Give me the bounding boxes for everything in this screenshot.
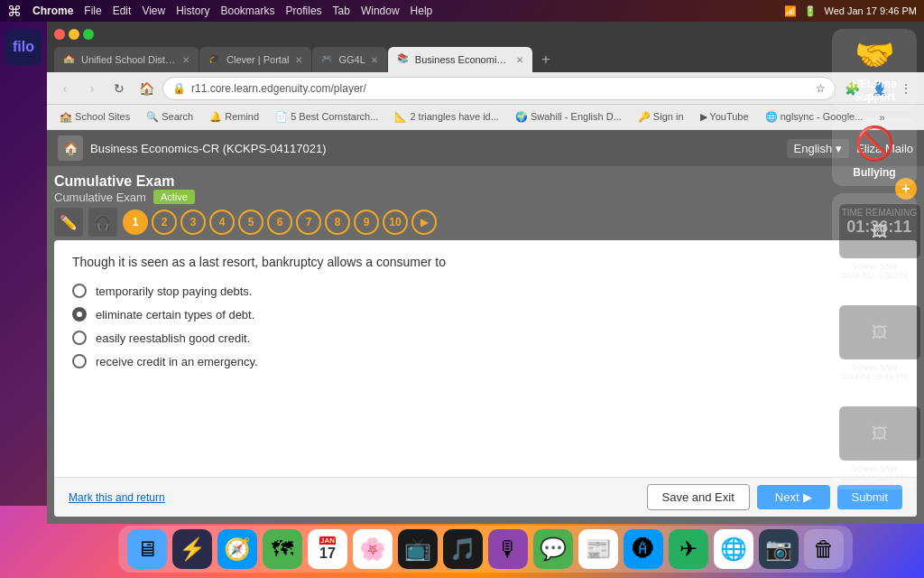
dock: 🖥 ⚡ 🧭 🗺 JAN17 🌸 📺 🎵 🎙 💬 📰 🅐 ✈ 🌐 📷 🗑	[47, 524, 924, 574]
dock-trash[interactable]: 🗑	[804, 529, 844, 569]
bookmark-swahili[interactable]: 🌍 Swahili - English D...	[510, 109, 627, 125]
question-text: Though it is seen as a last resort, bank…	[72, 255, 899, 269]
filo-logo[interactable]: filo	[5, 29, 42, 65]
dock-appstore[interactable]: 🅐	[624, 529, 663, 569]
dock-launchpad[interactable]: ⚡	[172, 529, 212, 569]
minimize-button[interactable]	[69, 29, 79, 40]
dock-image-capture[interactable]: 📷	[759, 529, 799, 569]
question-5-button[interactable]: 5	[238, 210, 263, 235]
mark-return-link[interactable]: Mark this and return	[69, 491, 165, 504]
bookmark-school-sites[interactable]: 🏫 School Sites	[54, 109, 135, 125]
audio-tool-button[interactable]: 🎧	[88, 208, 117, 237]
question-3-button[interactable]: 3	[180, 210, 206, 235]
bullying-title: Bullying	[839, 166, 910, 179]
question-9-button[interactable]: 9	[354, 210, 379, 235]
question-1-button[interactable]: 1	[123, 210, 148, 235]
exam-title-main: Cumulative Exam	[54, 173, 888, 190]
tab-close-4[interactable]: ✕	[516, 55, 523, 65]
apple-menu[interactable]: ⌘	[7, 3, 22, 20]
pencil-tool-button[interactable]: ✏️	[54, 208, 83, 237]
screenshot-3-label: Screen Shot2024-01...6.01 PM	[839, 464, 910, 482]
dock-maps[interactable]: 🗺	[263, 529, 302, 569]
tab-close-2[interactable]: ✕	[295, 55, 302, 65]
app-name[interactable]: Chrome	[32, 5, 73, 17]
dock-apple-tv[interactable]: 📺	[398, 529, 438, 569]
menu-tab[interactable]: Tab	[333, 5, 350, 17]
radio-c[interactable]	[72, 331, 87, 345]
helpme-widget[interactable]: 🤝 HELPme Support	[832, 29, 917, 110]
dock-music[interactable]: 🎵	[443, 529, 483, 569]
tab-unified-school[interactable]: 🏫 Unified School District No. 5 ✕	[54, 47, 199, 72]
edgenuity-home-button[interactable]: 🏠	[58, 135, 83, 161]
answer-option-b[interactable]: eliminate certain types of debt.	[72, 307, 899, 322]
screenshot-2-widget[interactable]: 🖼 Screen Shot2024-01...8.45 PM	[832, 294, 917, 388]
question-next-nav[interactable]: ▶	[411, 210, 437, 235]
dock-safari[interactable]: 🧭	[217, 529, 257, 569]
address-url: r11.core.learn.edgenuity.com/player/	[191, 82, 810, 95]
menu-window[interactable]: Window	[361, 5, 400, 17]
right-widgets: 🤝 HELPme Support 🚫 Bullying 🖼 Screen Sho…	[825, 22, 924, 506]
forward-button[interactable]: ›	[81, 78, 103, 99]
bullying-icon: 🚫	[839, 125, 910, 163]
dock-testflight[interactable]: ✈	[669, 529, 708, 569]
dock-messages[interactable]: 💬	[533, 529, 573, 569]
edgenuity-topbar: 🏠 Business Economics-CR (KCKPS-04117021)…	[47, 130, 924, 166]
answer-option-a[interactable]: temporarily stop paying debts.	[72, 284, 899, 298]
dock-finder[interactable]: 🖥	[127, 529, 167, 569]
menu-view[interactable]: View	[142, 5, 165, 17]
screenshot-3-widget[interactable]: 🖼 Screen Shot2024-01...6.01 PM	[832, 396, 917, 489]
tab-close-1[interactable]: ✕	[182, 55, 189, 65]
tab-bar: 🏫 Unified School District No. 5 ✕ 🎓 Clev…	[54, 43, 917, 72]
bookmark-youtube[interactable]: ▶ YouTube	[695, 109, 754, 125]
question-7-button[interactable]: 7	[296, 210, 321, 235]
active-badge: Active	[153, 190, 195, 204]
bookmark-search[interactable]: 🔍 Search	[141, 109, 199, 125]
reload-button[interactable]: ↻	[108, 78, 130, 99]
bookmark-cornstarch[interactable]: 📄 5 Best Cornstarch...	[270, 109, 383, 125]
question-8-button[interactable]: 8	[325, 210, 350, 235]
save-exit-button[interactable]: Save and Exit	[647, 484, 750, 510]
filo-sidebar: filo	[0, 22, 47, 506]
menu-profiles[interactable]: Profiles	[286, 5, 322, 17]
question-10-button[interactable]: 10	[383, 210, 408, 235]
bookmark-triangles[interactable]: 📐 2 triangles have id...	[389, 109, 504, 125]
answer-option-d[interactable]: receive credit in an emergency.	[72, 354, 899, 368]
home-nav-button[interactable]: 🏠	[135, 78, 157, 99]
question-6-button[interactable]: 6	[267, 210, 292, 235]
dock-chrome[interactable]: 🌐	[714, 529, 753, 569]
address-bar[interactable]: 🔒 r11.core.learn.edgenuity.com/player/ ☆	[162, 77, 836, 100]
menu-bookmarks[interactable]: Bookmarks	[221, 5, 275, 17]
nav-bar: ‹ › ↻ 🏠 🔒 r11.core.learn.edgenuity.com/p…	[47, 72, 924, 105]
radio-d[interactable]	[72, 354, 87, 368]
dock-news[interactable]: 📰	[578, 529, 618, 569]
next-button[interactable]: Next ▶	[757, 485, 830, 509]
bookmark-signin[interactable]: 🔑 Sign in	[633, 109, 689, 125]
radio-b[interactable]	[72, 307, 87, 322]
tab-close-3[interactable]: ✕	[371, 55, 378, 65]
tab-clever[interactable]: 🎓 Clever | Portal ✕	[199, 47, 311, 72]
menu-edit[interactable]: Edit	[113, 5, 132, 17]
dock-podcasts[interactable]: 🎙	[488, 529, 528, 569]
question-2-button[interactable]: 2	[152, 210, 177, 235]
tab-gg4l[interactable]: 🎮 GG4L ✕	[312, 47, 387, 72]
dock-calendar[interactable]: JAN17	[308, 529, 347, 569]
menu-help[interactable]: Help	[411, 5, 433, 17]
radio-a[interactable]	[72, 284, 87, 298]
bullying-widget[interactable]: 🚫 Bullying	[832, 117, 917, 186]
course-title: Business Economics-CR (KCKPS-04117021)	[90, 142, 780, 155]
tab-edgenuity[interactable]: 📚 Business Economics-CR (KC ✕	[388, 47, 532, 72]
close-button[interactable]	[54, 29, 65, 40]
exam-area: Cumulative Exam Cumulative Exam Active +…	[47, 166, 924, 524]
question-panel: Though it is seen as a last resort, bank…	[54, 240, 917, 517]
question-4-button[interactable]: 4	[209, 210, 235, 235]
screenshot-1-widget[interactable]: 🖼 Screen Shot2024-01...4.32 AM	[832, 193, 917, 287]
bookmark-remind[interactable]: 🔔 Remind	[204, 109, 264, 125]
menu-history[interactable]: History	[176, 5, 209, 17]
answer-text-d: receive credit in an emergency.	[96, 355, 258, 368]
back-button[interactable]: ‹	[54, 78, 76, 99]
maximize-button[interactable]	[83, 29, 94, 40]
dock-photos[interactable]: 🌸	[353, 529, 393, 569]
menu-file[interactable]: File	[84, 5, 101, 17]
answer-option-c[interactable]: easily reestablish good credit.	[72, 331, 899, 345]
new-tab-button[interactable]: +	[533, 47, 559, 72]
